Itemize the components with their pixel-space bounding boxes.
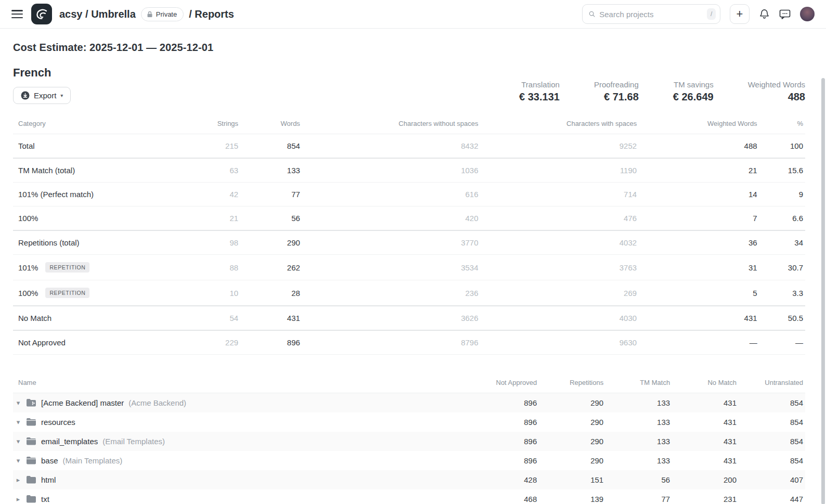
table-row-100-repetition: 100% REPETITION 10 28 236 269 5 3.3 [13,280,805,306]
tree-item-name: resources [41,418,75,427]
search-icon [589,10,595,18]
tree-item-suffix: (Main Templates) [63,456,123,465]
chat-icon [779,9,791,20]
tree-row-folder-txt[interactable]: ▸ txt 468 139 77 231 447 [13,489,805,504]
menu-icon[interactable] [11,10,23,18]
search-input[interactable] [599,10,703,19]
stat-proofreading: Proofreading € 71.68 [594,80,639,103]
language-section-header: French Export ▾ Translation € 33.131 Pro… [13,66,805,104]
column-header-weighted-words: Weighted Words [639,113,759,134]
stat-label: Proofreading [594,80,639,89]
stat-weighted-words: Weighted Words 488 [748,80,805,103]
file-breakdown-table: Name Not Approved Repetitions TM Match N… [13,372,805,504]
column-header-strings: Strings [172,113,241,134]
stat-value: € 71.68 [594,91,639,103]
table-row-tm-match-total: TM Match (total) 63 133 1036 1190 21 15.… [13,158,805,183]
column-header-percent: % [759,113,805,134]
user-avatar[interactable] [800,7,815,21]
column-header-tm-match: TM Match [605,372,672,393]
folder-icon [26,475,36,484]
cost-summary: Translation € 33.131 Proofreading € 71.6… [519,80,805,104]
stat-value: 488 [748,91,805,103]
stat-tm-savings: TM savings € 26.649 [673,80,714,103]
tree-item-name: txt [41,495,49,503]
tree-item-name: html [41,475,56,484]
vertical-scrollbar[interactable] [821,78,825,504]
search-box[interactable]: / [582,4,720,24]
folder-icon [26,437,36,446]
column-header-name: Name [13,372,472,393]
stat-value: € 26.649 [673,91,714,103]
report-page: Cost Estimate: 2025-12-01 — 2025-12-01 F… [0,42,826,504]
collapse-caret-icon[interactable]: ▾ [15,399,21,407]
repetition-badge: REPETITION [45,288,89,298]
stat-label: Translation [519,80,560,89]
collapse-caret-icon[interactable]: ▾ [15,457,21,464]
column-header-no-match: No Match [672,372,739,393]
language-name: French [13,66,71,80]
column-header-chars-without-spaces: Characters without spaces [302,113,481,134]
expand-caret-icon[interactable]: ▸ [15,476,21,484]
table-row-repetitions-total: Repetitions (total) 98 290 3770 4032 36 … [13,230,805,255]
column-header-category: Category [13,113,172,134]
topbar-actions: / + [582,4,815,24]
tree-row-folder-base[interactable]: ▾ base(Main Templates) 896 290 133 431 8… [13,451,805,470]
repetition-badge: REPETITION [45,262,89,273]
table-row-not-approved: Not Approved 229 896 8796 9630 — — [13,330,805,355]
folder-icon [26,456,36,465]
tree-item-suffix: (Email Templates) [102,437,165,446]
cost-estimate-table: Category Strings Words Characters withou… [13,113,805,355]
breadcrumb-page[interactable]: / Reports [189,8,234,20]
crowdin-logo-icon [35,7,48,21]
app-logo[interactable] [31,4,52,24]
search-shortcut-hint: / [707,8,716,20]
notifications-button[interactable] [759,8,770,20]
table-row-101-perfect-match: 101% (Perfect match) 42 77 616 714 14 9 [13,183,805,206]
tree-row-folder-html[interactable]: ▸ html 428 151 56 200 407 [13,470,805,489]
tree-row-folder-email-templates[interactable]: ▾ email_templates(Email Templates) 896 2… [13,432,805,451]
breadcrumb-project[interactable]: acsy / Umbrella [59,8,136,20]
privacy-badge-label: Private [156,10,177,18]
file-table-header-row: Name Not Approved Repetitions TM Match N… [13,372,805,393]
stat-label: Weighted Words [748,80,805,89]
column-header-words: Words [240,113,302,134]
expand-caret-icon[interactable]: ▸ [15,495,21,503]
tree-row-branch-master[interactable]: ▾ [Acme Backend] master(Acme Backend) 89… [13,393,805,413]
folder-icon [26,495,36,503]
bell-icon [759,8,770,20]
create-project-button[interactable]: + [730,4,750,24]
folder-icon [26,418,36,427]
export-button-label: Export [34,91,56,100]
breadcrumb: acsy / Umbrella Private / Reports [59,7,234,21]
table-row-no-match: No Match 54 431 3626 4030 431 50.5 [13,306,805,330]
column-header-untranslated: Untranslated [739,372,805,393]
tree-item-name: base [41,456,58,465]
download-icon [21,91,30,100]
lock-icon [147,11,153,18]
privacy-badge: Private [141,7,184,21]
column-header-not-approved: Not Approved [472,372,539,393]
collapse-caret-icon[interactable]: ▾ [15,437,21,445]
export-button[interactable]: Export ▾ [13,87,71,104]
cost-table-header-row: Category Strings Words Characters withou… [13,113,805,134]
tree-row-folder-resources[interactable]: ▾ resources 896 290 133 431 854 [13,412,805,432]
tree-item-name: email_templates [41,437,98,446]
table-row-100: 100% 21 56 420 476 7 6.6 [13,206,805,231]
tree-item-suffix: (Acme Backend) [128,398,186,407]
stat-label: TM savings [673,80,714,89]
page-title: Cost Estimate: 2025-12-01 — 2025-12-01 [13,42,805,54]
branch-folder-icon [26,398,36,407]
column-header-chars-with-spaces: Characters with spaces [481,113,639,134]
collapse-caret-icon[interactable]: ▾ [15,418,21,426]
chevron-down-icon: ▾ [60,93,63,98]
tree-item-name: [Acme Backend] master [41,398,124,407]
stat-translation: Translation € 33.131 [519,80,560,103]
top-navigation-bar: acsy / Umbrella Private / Reports / + [0,0,826,29]
table-row-total: Total 215 854 8432 9252 488 100 [13,134,805,159]
messages-button[interactable] [779,9,791,20]
column-header-repetitions: Repetitions [539,372,605,393]
stat-value: € 33.131 [519,91,560,103]
table-row-101-repetition: 101% REPETITION 88 262 3534 3763 31 30.7 [13,255,805,280]
